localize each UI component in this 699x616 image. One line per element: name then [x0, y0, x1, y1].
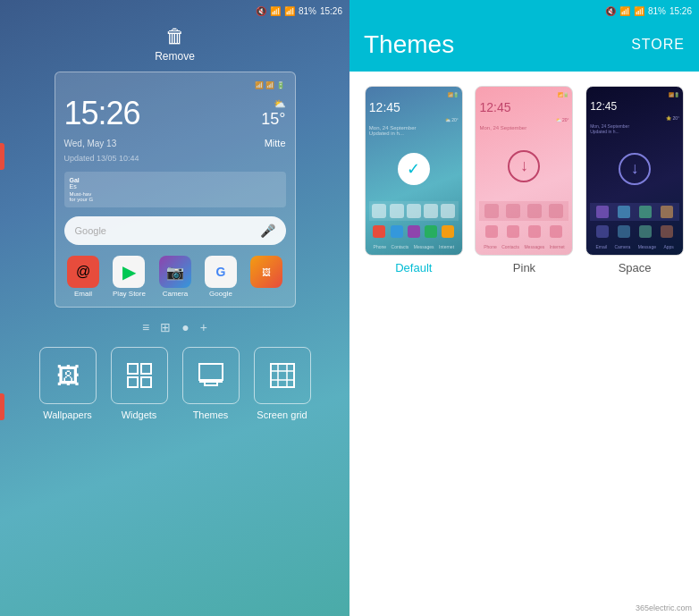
- app-dot-4: [425, 225, 437, 238]
- app-dot-1: [373, 225, 385, 238]
- theme-weather-pink: ⛅ 20°: [479, 117, 568, 122]
- themes-item[interactable]: Themes: [182, 347, 240, 420]
- dot-icon: ●: [181, 320, 189, 334]
- space-dot-1: [596, 206, 609, 218]
- bottom-dot-3: [407, 204, 421, 218]
- theme-label-default: Default: [395, 261, 432, 274]
- theme-download-area-space: ↓: [590, 137, 679, 200]
- space-dot-3: [639, 206, 652, 218]
- scroll-indicator-top: [0, 143, 4, 170]
- store-button[interactable]: STORE: [631, 37, 685, 53]
- mic-icon: 🎤: [260, 224, 275, 238]
- app-dot-2: [391, 225, 403, 238]
- widgets-item[interactable]: Widgets: [111, 347, 168, 420]
- time-right: 15:26: [670, 6, 692, 16]
- preview-search-bar[interactable]: Google 🎤: [64, 216, 286, 245]
- preview-date-row: Wed, May 13 Mitte: [64, 138, 286, 148]
- theme-apps-pink: [479, 224, 568, 240]
- theme-time-space: 12:45: [590, 100, 679, 113]
- svg-rect-0: [128, 364, 138, 374]
- app-gallery[interactable]: 🖼: [250, 256, 282, 298]
- pink-dot-4: [549, 204, 563, 218]
- battery-right: 81%: [648, 6, 666, 16]
- pink-app-1: [485, 225, 498, 238]
- widgets-icon: [111, 347, 168, 404]
- right-header: Themes STORE: [350, 21, 699, 72]
- theme-check-area-default: ✓: [369, 139, 459, 198]
- google-icon: G: [205, 256, 237, 288]
- bottom-icons-row: 🖼 Wallpapers Widgets: [39, 347, 311, 420]
- preview-time-row: 15:26 ⛅ 15°: [64, 95, 286, 132]
- widgets-label: Widgets: [122, 409, 157, 420]
- app-dot-5: [442, 225, 454, 238]
- theme-card-pink[interactable]: 📶🔋 12:45 ⛅ 20° Mon, 24 September ↓: [475, 86, 573, 274]
- theme-status-default: 📶🔋: [369, 92, 459, 97]
- space-app-4: [661, 225, 673, 238]
- add-page-icon[interactable]: +: [200, 320, 207, 334]
- svg-rect-12: [271, 364, 294, 387]
- gallery-widget: Gal Es Must-havfor your G: [64, 172, 286, 207]
- watermark: 365electric.com: [636, 603, 692, 612]
- svg-rect-1: [141, 364, 151, 374]
- status-icons-right: 🔇 📶 📶 81% 15:26: [605, 6, 692, 16]
- preview-weather: ⛅ 15°: [261, 98, 285, 129]
- app-play-store[interactable]: ▶ Play Store: [113, 256, 146, 298]
- theme-time-pink: 12:45: [479, 100, 568, 114]
- theme-bottom-space: [590, 203, 679, 221]
- wallpapers-icon: 🖼: [39, 347, 97, 404]
- theme-time-default: 12:45: [369, 100, 459, 114]
- app-play-label: Play Store: [113, 290, 146, 298]
- space-app-2: [618, 225, 630, 238]
- space-app-3: [639, 225, 652, 238]
- pink-dot-1: [484, 204, 499, 218]
- theme-apps-default: [369, 224, 459, 240]
- screen-grid-label: Screen grid: [257, 409, 307, 420]
- svg-rect-3: [141, 377, 151, 387]
- bottom-dot-1: [372, 204, 386, 218]
- theme-weather-space: ⭐ 20°: [590, 115, 679, 121]
- battery-left: 81%: [299, 6, 316, 16]
- email-icon: @: [67, 256, 99, 288]
- preview-date: Wed, May 13: [64, 139, 117, 148]
- signal-icon-r: 📶: [634, 6, 644, 16]
- theme-preview-default: 📶🔋 12:45 ⛅ 20° Mon, 24 SeptemberUpdated …: [365, 86, 463, 256]
- wallpapers-item[interactable]: 🖼 Wallpapers: [39, 347, 97, 420]
- preview-apps-row: @ Email ▶ Play Store 📷 Camera G Google 🖼: [64, 256, 286, 298]
- space-dot-2: [618, 206, 630, 218]
- app-google-label: Google: [209, 290, 232, 298]
- signal-icon: 📶: [284, 6, 295, 16]
- theme-card-space[interactable]: 📶🔋 12:45 ⭐ 20° Mon, 24 SeptemberUpdated …: [585, 86, 684, 274]
- themes-label: Themes: [193, 409, 229, 420]
- right-panel: 🔇 📶 📶 81% 15:26 Themes STORE 📶🔋 12:45 ⛅ …: [350, 0, 699, 616]
- svg-rect-5: [205, 382, 217, 385]
- mute-icon-r: 🔇: [605, 6, 616, 16]
- remove-area[interactable]: 🗑 Remove: [155, 25, 195, 63]
- app-email[interactable]: @ Email: [67, 256, 99, 298]
- screen-grid-item[interactable]: Screen grid: [254, 347, 311, 420]
- phone-preview-card: 📶 📶 🔋 15:26 ⛅ 15° Wed, May 13 Mitte Upda…: [55, 72, 296, 308]
- app-camera-label: Camera: [163, 290, 188, 298]
- pink-app-4: [550, 225, 562, 238]
- mute-icon: 🔇: [256, 6, 266, 16]
- status-icons-left: 🔇 📶 📶 81% 15:26: [256, 6, 342, 16]
- temperature: 15°: [261, 110, 285, 129]
- theme-mockup-space: 📶🔋 12:45 ⭐ 20° Mon, 24 SeptemberUpdated …: [586, 87, 683, 255]
- preview-widgets: Gal Es Must-havfor your G: [64, 172, 286, 207]
- home-dot-icon: ⊞: [160, 320, 171, 334]
- bottom-dot-4: [424, 204, 438, 218]
- trash-icon: 🗑: [165, 25, 185, 48]
- app-dot-3: [408, 225, 420, 238]
- theme-status-space: 📶🔋: [590, 92, 679, 97]
- theme-card-default[interactable]: 📶🔋 12:45 ⛅ 20° Mon, 24 SeptemberUpdated …: [365, 86, 463, 274]
- preview-icons: 📶 📶 🔋: [255, 81, 285, 89]
- theme-download-area-pink: ↓: [479, 133, 568, 198]
- pink-app-2: [507, 225, 519, 238]
- camera-icon: 📷: [159, 256, 191, 288]
- wifi-icon-r: 📶: [619, 6, 630, 16]
- bottom-dot-2: [390, 204, 404, 218]
- app-camera[interactable]: 📷 Camera: [159, 256, 191, 298]
- theme-bottom-default: [369, 201, 459, 221]
- app-google[interactable]: G Google: [205, 256, 237, 298]
- gallery-icon: 🖼: [250, 256, 282, 288]
- theme-mockup-default: 📶🔋 12:45 ⛅ 20° Mon, 24 SeptemberUpdated …: [366, 87, 462, 255]
